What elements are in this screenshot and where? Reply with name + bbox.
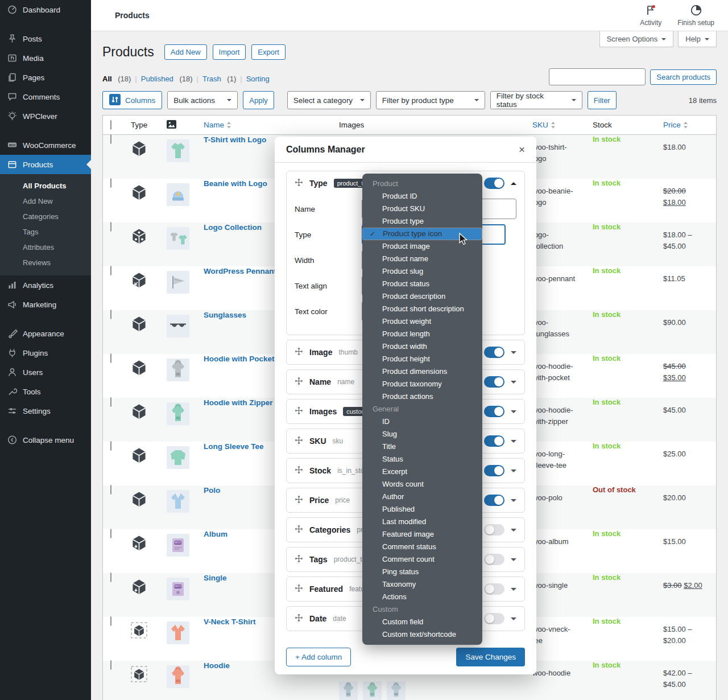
sidebar-item-posts[interactable]: Posts (0, 29, 91, 48)
close-icon[interactable]: × (519, 144, 525, 155)
row-checkbox[interactable] (110, 134, 111, 144)
row-checkbox[interactable] (110, 616, 111, 626)
product-thumbnail[interactable]: WOO (167, 534, 189, 557)
product-type-select[interactable]: Filter by product type (376, 91, 485, 109)
sidebar-item-settings[interactable]: Settings (0, 401, 91, 421)
expand-icon[interactable] (511, 440, 516, 446)
row-checkbox[interactable] (110, 310, 111, 319)
submenu-item-tags[interactable]: Tags (0, 224, 91, 240)
columns-button[interactable]: Columns (102, 91, 162, 109)
view-link-all[interactable]: All (102, 75, 112, 83)
dropdown-item-slug[interactable]: Slug (362, 428, 482, 440)
column-toggle[interactable] (484, 376, 504, 388)
drag-handle-icon[interactable] (295, 436, 303, 446)
drag-handle-icon[interactable] (295, 347, 303, 357)
expand-icon[interactable] (511, 381, 516, 386)
product-name-link[interactable]: Hoodie (204, 654, 230, 670)
sidebar-item-products[interactable]: Products (0, 155, 91, 174)
sidebar-item-users[interactable]: Users (0, 363, 91, 382)
expand-icon[interactable] (511, 558, 516, 564)
bulk-actions-select[interactable]: Bulk actions (167, 91, 238, 109)
save-changes-button[interactable]: Save Changes (456, 648, 525, 666)
product-thumbnail[interactable] (167, 227, 189, 250)
stock-status-select[interactable]: Filter by stock status (490, 91, 582, 109)
sidebar-item-media[interactable]: Media (0, 48, 91, 68)
column-header-price[interactable]: Price (663, 121, 717, 129)
dropdown-item-comment-status[interactable]: Comment status (362, 541, 482, 553)
sidebar-item-woocommerce[interactable]: WOOWooCommerce (0, 135, 91, 155)
search-products-button[interactable]: Search products (650, 69, 717, 85)
dropdown-item-featured-image[interactable]: Featured image (362, 528, 482, 541)
row-checkbox[interactable] (110, 660, 111, 670)
dropdown-item-published[interactable]: Published (362, 503, 482, 516)
sidebar-item-appearance[interactable]: Appearance (0, 324, 91, 343)
add-column-button[interactable]: + Add column (286, 648, 351, 666)
drag-handle-icon[interactable] (295, 525, 303, 535)
dropdown-item-product-sku[interactable]: Product SKU (362, 203, 482, 215)
product-name-link[interactable]: Logo Collection (204, 216, 262, 232)
apply-button[interactable]: Apply (243, 91, 274, 109)
product-thumbnail[interactable] (167, 139, 189, 162)
product-name-link[interactable]: Single (204, 567, 227, 582)
dropdown-item-words-count[interactable]: Words count (362, 478, 482, 491)
submenu-item-all-products[interactable]: All Products (0, 178, 91, 193)
dropdown-item-product-image[interactable]: Product image (362, 240, 482, 253)
collapse-icon[interactable] (511, 179, 516, 185)
category-select[interactable]: Select a category (287, 91, 371, 109)
search-input[interactable] (549, 68, 646, 85)
product-thumbnail[interactable] (167, 315, 189, 337)
dropdown-item-ping-status[interactable]: Ping status (362, 566, 482, 578)
expand-icon[interactable] (511, 588, 516, 594)
column-toggle[interactable] (484, 406, 504, 417)
drag-handle-icon[interactable] (295, 613, 303, 624)
product-name-link[interactable]: Polo (204, 479, 220, 495)
dropdown-item-product-status[interactable]: Product status (362, 278, 482, 290)
column-toggle[interactable] (484, 347, 504, 358)
expand-icon[interactable] (511, 499, 516, 505)
gallery-thumbnail[interactable] (339, 681, 358, 700)
dropdown-item-product-name[interactable]: Product name (362, 253, 482, 265)
column-toggle[interactable] (484, 178, 504, 189)
submenu-item-categories[interactable]: Categories (0, 209, 91, 224)
expand-icon[interactable] (511, 529, 516, 534)
help-button[interactable]: Help (678, 31, 717, 47)
row-checkbox[interactable] (110, 222, 111, 232)
product-thumbnail[interactable] (167, 359, 189, 381)
view-link-sorting[interactable]: Sorting (246, 75, 270, 83)
dropdown-item-product-id[interactable]: Product ID (362, 190, 482, 203)
gallery-thumbnail[interactable] (387, 681, 406, 700)
dropdown-item-actions[interactable]: Actions (362, 591, 482, 603)
sidebar-item-pages[interactable]: Pages (0, 68, 91, 87)
row-checkbox[interactable] (110, 266, 111, 275)
view-link-trash[interactable]: Trash (202, 75, 221, 83)
column-toggle[interactable] (484, 435, 504, 447)
drag-handle-icon[interactable] (295, 495, 303, 505)
activity-button[interactable]: Activity (640, 4, 661, 27)
row-checkbox[interactable] (110, 353, 111, 363)
dropdown-item-custom-text-shortcode[interactable]: Custom text/shortcode (362, 628, 482, 641)
sidebar-item-dashboard[interactable]: Dashboard (0, 0, 91, 19)
column-toggle[interactable] (484, 495, 504, 506)
drag-handle-icon[interactable] (295, 377, 303, 387)
column-toggle[interactable] (484, 583, 504, 595)
product-name-link[interactable]: V-Neck T-Shirt (204, 611, 256, 626)
product-thumbnail[interactable] (167, 402, 189, 425)
expand-icon[interactable] (511, 470, 516, 475)
product-thumbnail[interactable] (167, 183, 189, 206)
dropdown-item-last-modified[interactable]: Last modified (362, 516, 482, 528)
row-checkbox[interactable] (110, 529, 111, 538)
dropdown-item-product-weight[interactable]: Product weight (362, 315, 482, 328)
product-thumbnail[interactable] (167, 621, 189, 644)
dropdown-item-product-type[interactable]: Product type (362, 215, 482, 228)
drag-handle-icon[interactable] (295, 584, 303, 594)
dropdown-item-product-taxonomy[interactable]: Product taxonomy (362, 378, 482, 390)
row-checkbox[interactable] (110, 573, 111, 582)
dropdown-item-comment-count[interactable]: Comment count (362, 553, 482, 566)
dropdown-item-taxonomy[interactable]: Taxonomy (362, 578, 482, 591)
product-name-link[interactable]: WordPress Pennant (204, 260, 276, 275)
add-new-button[interactable]: Add New (164, 44, 207, 60)
column-toggle[interactable] (484, 524, 504, 536)
dropdown-item-product-slug[interactable]: Product slug (362, 265, 482, 278)
drag-handle-icon[interactable] (295, 466, 303, 476)
sidebar-item-analytics[interactable]: Analytics (0, 275, 91, 295)
